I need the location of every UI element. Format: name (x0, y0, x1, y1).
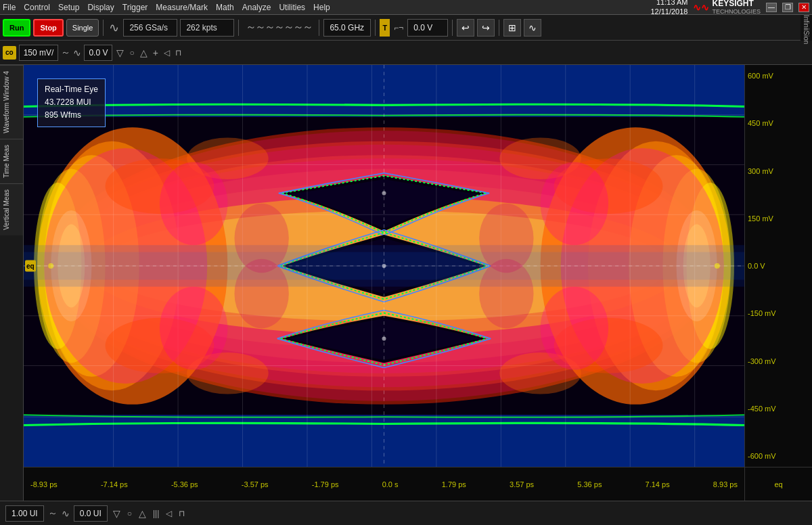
x-label-5: -1.79 ps (312, 480, 339, 488)
separator-6 (499, 20, 499, 36)
annotation-title: Real-Time Eye (45, 83, 98, 96)
channel-indicator: co (3, 46, 16, 60)
x-label-6: 0.0 s (382, 480, 399, 488)
separator-1 (103, 20, 104, 36)
date: 12/11/2018 (650, 7, 687, 16)
menu-measuremark[interactable]: Measure/Mark (156, 3, 208, 12)
run-button[interactable]: Run (3, 19, 30, 37)
brand-logo: ∿∿ KEYSIGHT TECHNOLOGIES (693, 0, 761, 15)
menu-file[interactable]: File (3, 3, 16, 12)
title-bar-right: 11:13 AM 12/11/2018 ∿∿ KEYSIGHT TECHNOLO… (650, 0, 809, 16)
separator-2 (238, 20, 239, 36)
wave2-icon-bottom: ∿ (62, 508, 70, 519)
voltage-display: 0.0 V (407, 19, 448, 37)
eq-indicator: eq (25, 260, 36, 272)
left-icon: ◁ (162, 48, 171, 58)
vertical-offset: 0.0 V (84, 45, 112, 61)
y-label-9: -600 mV (748, 452, 809, 460)
sidebar-item-time-meas[interactable]: Time Meas (0, 139, 23, 183)
close-button[interactable]: ✕ (798, 3, 809, 12)
redo-button[interactable]: ↪ (477, 19, 495, 37)
bottom-toolbar: 1.00 UI ～ ∿ 0.0 UI ▽ ○ △ ||| ◁ ⊓ (0, 501, 812, 525)
main-toolbar: Run Stop Single ∿ 256 GSa/s 262 kpts ～～～… (0, 15, 812, 41)
menu-control[interactable]: Control (24, 3, 50, 12)
down-arrow-bottom-icon: ▽ (112, 508, 122, 519)
sidebar-item-waveform-window[interactable]: Waveform Window 4 (0, 65, 23, 139)
stop-button[interactable]: Stop (33, 19, 63, 37)
scope-display: Real-Time Eye 43.7228 MUI 895 Wfms eq 60… (24, 65, 812, 501)
y-label-8: -450 mV (748, 405, 809, 413)
menu-utilities[interactable]: Utilities (279, 3, 305, 12)
main-area: Waveform Window 4 Time Meas Vertical Mea… (0, 65, 812, 501)
annotation-wfms: 895 Wfms (45, 109, 98, 122)
time-display: 11:13 AM 12/11/2018 (650, 0, 687, 16)
svg-point-68 (382, 336, 386, 340)
center-icon: ○ (128, 48, 135, 58)
square-icon: ⊓ (174, 48, 183, 58)
annotation-mui: 43.7228 MUI (45, 96, 98, 109)
single-button[interactable]: Single (66, 19, 99, 37)
menu-math[interactable]: Math (216, 3, 234, 12)
x-axis: -8.93 ps -7.14 ps -5.36 ps -3.57 ps -1.7… (24, 467, 744, 501)
x-label-3: -5.36 ps (171, 480, 198, 488)
square-bottom-icon: ⊓ (177, 509, 186, 518)
x-label-10: 7.14 ps (646, 480, 670, 488)
up-arrow-bottom-icon: △ (137, 508, 148, 519)
channel-toolbar: co 150 mV/ ～ ∿ 0.0 V ▽ ○ △ + ◁ ⊓ (0, 41, 812, 65)
svg-point-70 (715, 263, 720, 269)
trigger-indicator: T (380, 19, 390, 37)
menu-bar: File Control Setup Display Trigger Measu… (3, 3, 330, 12)
x-label-2: -7.14 ps (101, 480, 128, 488)
y-label-5: 0.0 V (748, 262, 809, 270)
x-label-9: 5.36 ps (577, 480, 602, 488)
bars-icon: ||| (152, 509, 160, 518)
title-bar: File Control Setup Display Trigger Measu… (0, 0, 812, 15)
svg-point-66 (382, 191, 386, 195)
wave-icon-bottom: ～ (48, 507, 58, 520)
kpts-display: 262 kpts (180, 19, 234, 37)
ui-offset: 0.0 UI (74, 505, 108, 522)
svg-point-69 (48, 263, 53, 269)
menu-trigger[interactable]: Trigger (122, 3, 148, 12)
eye-diagram-canvas: Real-Time Eye 43.7228 MUI 895 Wfms eq (24, 65, 744, 467)
corner-eq-label: eq (744, 467, 812, 501)
screenshot-button[interactable]: ⊞ (503, 19, 521, 37)
frequency-display: 65.0 GHz (323, 19, 371, 37)
vertical-scale: 150 mV/ (19, 45, 59, 61)
analysis-button[interactable]: ∿ (524, 19, 541, 37)
brand-wave-icon: ∿∿ (693, 2, 709, 13)
separator-3 (319, 20, 319, 36)
svg-point-63 (234, 259, 288, 328)
plus-icon: + (152, 47, 160, 58)
y-axis: 600 mV 450 mV 300 mV 150 mV 0.0 V -150 m… (744, 65, 812, 467)
separator-5 (452, 20, 453, 36)
trigger-edge-icon: ⌐¬ (392, 23, 405, 32)
undo-button[interactable]: ↩ (457, 19, 474, 37)
annotation-box: Real-Time Eye 43.7228 MUI 895 Wfms (37, 78, 106, 127)
y-label-4: 150 mV (748, 214, 809, 223)
wave-icon: ～～～～～～～ (243, 20, 315, 35)
x-label-1: -8.93 ps (30, 480, 58, 488)
restore-button[interactable]: ❐ (782, 3, 793, 12)
menu-help[interactable]: Help (313, 3, 330, 12)
y-label-7: -300 mV (748, 357, 809, 365)
x-label-8: 3.57 ps (510, 480, 534, 488)
sidebar-item-vertical-meas[interactable]: Vertical Meas (0, 183, 23, 235)
minimize-button[interactable]: — (766, 3, 777, 12)
menu-setup[interactable]: Setup (58, 3, 79, 12)
time: 11:13 AM (650, 0, 687, 7)
svg-point-58 (160, 162, 227, 245)
left-panel: Waveform Window 4 Time Meas Vertical Mea… (0, 65, 24, 501)
brand-name: KEYSIGHT (712, 0, 761, 8)
up-arrow-icon: △ (139, 47, 149, 58)
menu-display[interactable]: Display (87, 3, 114, 12)
separator-4 (375, 20, 376, 36)
x-label-11: 8.93 ps (713, 480, 738, 488)
menu-analyze[interactable]: Analyze (242, 3, 271, 12)
wave-type2-icon: ∿ (73, 47, 81, 58)
brand-sub: TECHNOLOGIES (712, 8, 761, 15)
svg-point-67 (382, 264, 386, 268)
sample-rate-display: 256 GSa/s (123, 19, 177, 37)
waveform-shape-icon: ∿ (108, 20, 120, 35)
center-bottom-icon: ○ (126, 509, 133, 518)
